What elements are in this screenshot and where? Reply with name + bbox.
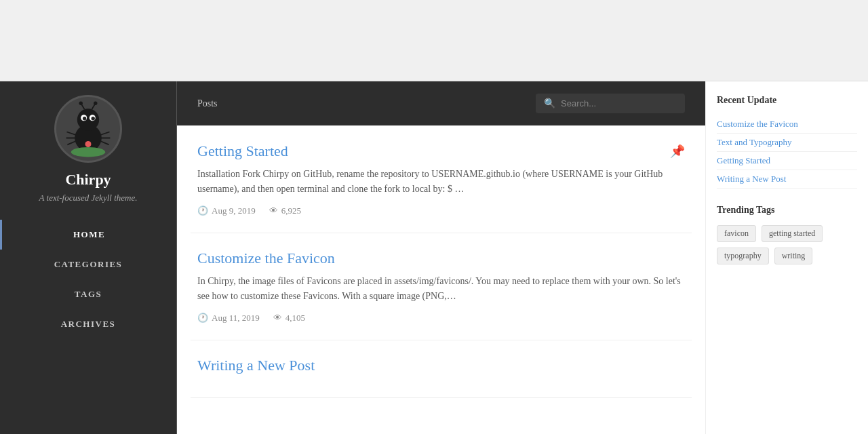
site-subtitle: A text-focused Jekyll theme. [26,193,151,203]
tag-writing[interactable]: writing [774,248,813,264]
svg-point-9 [94,102,97,105]
sidebar: Chirpy A text-focused Jekyll theme. HOME… [0,81,176,434]
search-bar[interactable]: 🔍 [536,94,685,113]
list-item[interactable]: Getting Started [717,152,857,170]
table-row: Getting Started 📌 Installation Fork Chir… [191,126,692,233]
table-row: Writing a New Post [191,340,692,398]
svg-point-1 [77,108,99,130]
posts-section: Posts 🔍 Getting Started 📌 Installation F… [177,81,705,434]
svg-line-15 [100,141,109,144]
post-title-new-post[interactable]: Writing a New Post [197,357,315,374]
search-input[interactable] [561,98,677,108]
table-row: Customize the Favicon In Chirpy, the ima… [191,233,692,340]
tag-favicon[interactable]: favicon [717,225,756,242]
trending-tags-title: Trending Tags [717,205,857,216]
post-meta: 🕐 Aug 11, 2019 👁 4,105 [197,313,685,323]
svg-line-10 [67,132,77,136]
tags-container: favicon getting started typography writi… [717,225,857,264]
post-views: 👁 6,925 [269,205,301,216]
post-date: 🕐 Aug 11, 2019 [197,313,260,323]
nav-categories[interactable]: CATEGORIES [0,250,176,279]
list-item[interactable]: Writing a New Post [717,170,857,189]
posts-header: Posts 🔍 [177,81,705,126]
avatar [54,95,122,163]
post-date: 🕐 Aug 9, 2019 [197,205,256,216]
nav-home[interactable]: HOME [0,220,176,250]
post-title-favicon[interactable]: Customize the Favicon [197,250,335,267]
svg-line-13 [100,132,110,136]
svg-line-12 [67,141,76,144]
recent-update-title: Recent Update [717,95,857,106]
post-meta: 🕐 Aug 9, 2019 👁 6,925 [197,205,685,216]
nav-archives[interactable]: ARCHIVES [0,309,176,339]
calendar-icon: 🕐 [197,313,208,323]
search-icon: 🔍 [544,98,555,109]
eye-icon: 👁 [269,205,278,216]
svg-point-5 [92,117,95,120]
posts-header-title: Posts [197,98,218,109]
list-item[interactable]: Customize the Favicon [717,115,857,134]
tag-getting-started[interactable]: getting started [762,225,823,242]
post-excerpt: In Chirpy, the image files of Favicons a… [197,274,685,304]
eye-icon: 👁 [273,313,282,323]
right-sidebar: Recent Update Customize the Favicon Text… [705,81,868,434]
ad-bar [0,0,868,81]
tag-typography[interactable]: typography [717,248,769,264]
post-title-getting-started[interactable]: Getting Started [197,142,288,160]
calendar-icon: 🕐 [197,205,208,216]
posts-list: Getting Started 📌 Installation Fork Chir… [177,126,705,398]
post-excerpt: Installation Fork Chirpy on GitHub, rena… [197,167,685,197]
site-title: Chirpy [65,171,111,189]
svg-point-7 [79,102,83,105]
post-views: 👁 4,105 [273,313,305,323]
pin-icon: 📌 [670,144,685,159]
list-item[interactable]: Text and Typography [717,134,857,152]
recent-list: Customize the Favicon Text and Typograph… [717,115,857,189]
svg-point-16 [85,141,92,147]
nav-tags[interactable]: TAGS [0,279,176,309]
svg-point-4 [83,117,86,120]
svg-point-17 [71,147,105,157]
